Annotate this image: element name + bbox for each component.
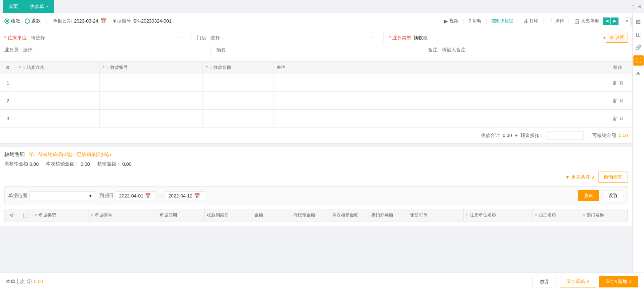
summary-field: 摘要 [216, 46, 416, 54]
query-setting-button[interactable]: 设置 [602, 190, 624, 201]
print-btn[interactable]: 🖨 打印 [523, 18, 538, 24]
sec-th-check[interactable] [19, 209, 32, 221]
delete-row-icon-3[interactable]: 🗑 [612, 115, 617, 121]
tab-bar-controls: — □ × [624, 4, 641, 9]
th-settlement-label: 结算方式 [27, 64, 44, 71]
auto-verify-btn[interactable]: 自动核销 [598, 172, 628, 183]
td-account-3[interactable] [100, 110, 203, 127]
ai-label: Ai [636, 71, 640, 76]
verify-tab-done[interactable]: 已核销单据(0笔) [77, 151, 111, 158]
td-operation-2: 🗑 ⧉ [603, 92, 632, 109]
date-to-calendar-icon[interactable]: 📅 [194, 193, 200, 199]
range-select[interactable]: ▾ [30, 191, 95, 200]
td-account-2[interactable] [100, 92, 203, 109]
save-new-button[interactable]: 保存&新增 ∧ [599, 276, 638, 287]
operation-btn[interactable]: ⋮ 操作 [549, 18, 564, 24]
th-gear[interactable]: ⚙ [0, 62, 16, 74]
td-settlement-1[interactable] [16, 74, 100, 91]
td-amount-3[interactable] [203, 110, 274, 127]
tab-receipt[interactable]: 收款单 × [24, 0, 54, 13]
radio-refund[interactable]: 退款 [25, 18, 41, 24]
range-label: 单据范围 [8, 192, 27, 199]
history-label: 历史单据 [581, 18, 599, 24]
radio-receipt-dot [4, 19, 9, 24]
save-draft-chevron-icon[interactable]: ∧ [586, 279, 590, 284]
copy-row-icon-1[interactable]: ⧉ [620, 80, 623, 86]
window-close-icon[interactable]: × [638, 4, 641, 9]
sec-th-gear[interactable]: ⚙ [5, 209, 19, 221]
help-btn[interactable]: ? 帮助 [468, 18, 482, 24]
td-settlement-2[interactable] [16, 92, 100, 109]
window-maximize-icon[interactable]: □ [632, 4, 635, 9]
summary-input[interactable] [228, 46, 416, 54]
more-filter-btn[interactable]: ▼ 更多条件 ∧ [565, 174, 595, 180]
tab-home[interactable]: 首页 [3, 0, 24, 13]
store-input[interactable] [208, 34, 364, 42]
tab-close-icon[interactable]: × [46, 4, 48, 9]
date-from-calendar-icon[interactable]: 📅 [145, 193, 151, 199]
business-type-dropdown-icon[interactable]: ▾ [603, 35, 606, 40]
business-type-value: 预收款 [413, 35, 428, 41]
nav-next-arrow[interactable]: ▶ [611, 17, 619, 25]
staff-more-icon[interactable]: ··· [193, 47, 204, 53]
sort-icon-type: ⇅ [35, 213, 38, 217]
td-remark-1[interactable] [274, 74, 603, 91]
radio-receipt[interactable]: 收款 [4, 18, 20, 24]
gear-icon: ⚙ [610, 35, 614, 40]
shortcut-btn[interactable]: ⌨ 快捷键 [491, 18, 513, 24]
plus-icon: + [515, 133, 518, 138]
radio-refund-dot [25, 19, 30, 24]
main-table-header: ⚙ ⇅ 结算方式 ⇅ 收款账号 ⇅ 收款金额 备注 操作 [0, 61, 632, 74]
td-remark-3[interactable] [274, 110, 603, 127]
discount-input[interactable] [547, 131, 584, 140]
rp-link-icon[interactable]: 🔗 [633, 42, 644, 52]
date-to-field[interactable]: 2022-04-12 📅 [165, 191, 205, 200]
window-minimize-icon[interactable]: — [624, 4, 629, 9]
date-from-field[interactable]: 2022-04-01 📅 [116, 191, 156, 200]
rp-expand-icon[interactable]: ⛶ [633, 55, 644, 66]
abandon-button[interactable]: 放弃 [532, 276, 557, 287]
calendar-icon[interactable]: 📅 [101, 18, 106, 24]
td-remark-2[interactable] [274, 92, 603, 109]
verify-tab-pending[interactable]: 待核销单据(0笔) [38, 151, 72, 158]
doc-date-value[interactable]: 2023-03-24 [74, 18, 98, 24]
prev-value: 0.00 [34, 279, 43, 284]
td-amount-1[interactable] [203, 74, 274, 91]
video-btn[interactable]: ▶ 视频 [444, 18, 458, 24]
td-operation-1: 🗑 ⧉ [603, 74, 632, 91]
select-all-checkbox[interactable] [23, 213, 28, 218]
note-label: 备注 [428, 47, 437, 53]
td-account-1[interactable] [100, 74, 203, 91]
partner-input[interactable] [29, 34, 172, 42]
save-new-chevron-icon[interactable]: ∧ [629, 279, 632, 284]
delete-row-icon-2[interactable]: 🗑 [612, 98, 617, 103]
verify-stats: 未核销金额 0.00 本次核销金额： 0.00 核销差额： 0.00 [4, 161, 628, 167]
sort-icon-account: ⇅ [106, 66, 109, 70]
bottom-left: 本单上次 ⓘ 0.00 [6, 278, 43, 285]
diff-label: 核销差额： [97, 161, 121, 167]
rp-ai-icon[interactable]: Ai [633, 68, 644, 79]
partner-label: 往来单位 [4, 35, 27, 41]
list-layout-icon[interactable]: ≡ [623, 17, 631, 25]
delete-row-icon-1[interactable]: 🗑 [612, 80, 617, 86]
td-amount-2[interactable] [203, 92, 274, 109]
staff-input[interactable] [21, 46, 191, 54]
nav-prev-arrow[interactable]: ◀ [603, 17, 610, 25]
sec-th-curverify: 本次核销金额 [330, 209, 369, 221]
copy-row-icon-3[interactable]: ⧉ [620, 115, 623, 122]
sec-th-discount-label: 折扣分摊额 [371, 212, 393, 218]
history-btn[interactable]: 📋 历史单据 [574, 18, 599, 24]
rp-table-icon[interactable]: ▤ [633, 16, 644, 26]
doc-num-value[interactable]: SK-20230324-001 [133, 18, 172, 24]
setting-button[interactable]: ⚙ 设置 [606, 33, 628, 43]
save-draft-button[interactable]: 保存草稿 ∧ [560, 276, 596, 287]
verify-info-icon[interactable]: ⓘ [29, 151, 34, 158]
partner-more-icon[interactable]: ··· [174, 35, 185, 41]
doc-num-label: 单据编号 [112, 18, 131, 24]
query-button[interactable]: 查询 [578, 190, 599, 201]
store-more-icon[interactable]: ··· [366, 35, 377, 41]
rp-form-icon[interactable]: ◫ [633, 29, 644, 39]
note-input[interactable] [440, 46, 628, 54]
copy-row-icon-2[interactable]: ⧉ [620, 98, 623, 104]
td-settlement-3[interactable] [16, 110, 100, 127]
